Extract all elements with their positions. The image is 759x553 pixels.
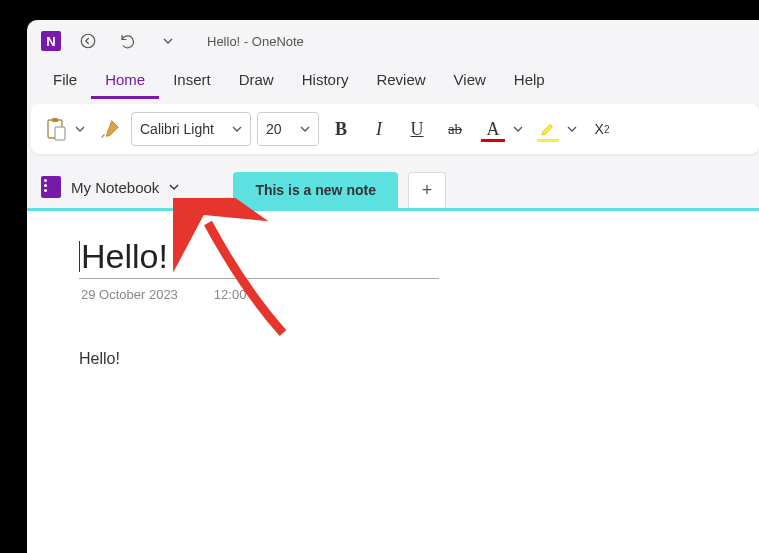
ribbon-home: Calibri Light 20 B I U ab A X2 [31, 104, 759, 154]
font-color-split[interactable]: A [477, 112, 527, 146]
font-size-value: 20 [266, 121, 282, 137]
highlight-dropdown[interactable] [563, 112, 581, 146]
app-window: Hello! - OneNote File Home Insert Draw H… [27, 20, 759, 553]
clipboard-icon [45, 117, 67, 141]
strikethrough-button[interactable]: ab [439, 112, 471, 146]
notebook-bar: My Notebook This is a new note + [27, 160, 759, 208]
section-tab-strip: This is a new note + [233, 172, 446, 208]
font-color-button[interactable]: A [477, 112, 509, 146]
onenote-logo-icon [41, 31, 61, 51]
highlight-button[interactable] [533, 112, 563, 146]
page-body-text[interactable]: Hello! [79, 350, 759, 368]
italic-button[interactable]: I [363, 112, 395, 146]
svg-rect-2 [52, 118, 58, 122]
paste-split-button[interactable] [41, 112, 89, 146]
undo-icon [119, 32, 137, 50]
notebook-selector[interactable]: My Notebook [41, 170, 189, 208]
menu-review[interactable]: Review [362, 63, 439, 99]
title-separator: - [240, 34, 252, 49]
add-section-button[interactable]: + [408, 172, 446, 208]
menu-insert[interactable]: Insert [159, 63, 225, 99]
section-tab-active[interactable]: This is a new note [233, 172, 398, 208]
menu-history[interactable]: History [288, 63, 363, 99]
qat-customize-button[interactable] [155, 28, 181, 54]
highlight-split[interactable] [533, 112, 581, 146]
subscript-button[interactable]: X2 [587, 112, 617, 146]
svg-rect-3 [55, 127, 65, 140]
page-title-input[interactable]: Hello! [79, 237, 439, 279]
underline-button[interactable]: U [401, 112, 433, 146]
undo-button[interactable] [115, 28, 141, 54]
page-meta: 29 October 2023 12:00 [79, 279, 759, 302]
back-arrow-icon [79, 32, 97, 50]
font-color-dropdown[interactable] [509, 112, 527, 146]
app-name-text: OneNote [252, 34, 304, 49]
menu-help[interactable]: Help [500, 63, 559, 99]
highlighter-icon [539, 120, 557, 138]
chevron-down-icon [513, 124, 523, 134]
title-bar: Hello! - OneNote [27, 20, 759, 62]
font-name-selector[interactable]: Calibri Light [131, 112, 251, 146]
menu-bar: File Home Insert Draw History Review Vie… [27, 62, 759, 100]
chevron-down-icon [300, 124, 310, 134]
menu-file[interactable]: File [39, 63, 91, 99]
chevron-down-icon [75, 124, 85, 134]
paintbrush-icon [99, 118, 121, 140]
page-date: 29 October 2023 [81, 287, 178, 302]
chevron-down-icon [567, 124, 577, 134]
page-time: 12:00 [214, 287, 247, 302]
bold-button[interactable]: B [325, 112, 357, 146]
chevron-down-icon [169, 182, 179, 192]
doc-title-text: Hello! [207, 34, 240, 49]
svg-point-0 [81, 34, 95, 48]
menu-home[interactable]: Home [91, 63, 159, 99]
page-editor[interactable]: Hello! 29 October 2023 12:00 Hello! [27, 211, 759, 553]
window-title: Hello! - OneNote [207, 34, 304, 49]
chevron-down-icon [163, 36, 173, 46]
paste-dropdown[interactable] [71, 112, 89, 146]
font-name-value: Calibri Light [140, 121, 214, 137]
font-size-selector[interactable]: 20 [257, 112, 319, 146]
back-button[interactable] [75, 28, 101, 54]
chevron-down-icon [232, 124, 242, 134]
menu-view[interactable]: View [440, 63, 500, 99]
format-painter-button[interactable] [95, 112, 125, 146]
paste-button[interactable] [41, 112, 71, 146]
plus-icon: + [422, 180, 433, 201]
notebook-name: My Notebook [71, 179, 159, 196]
notebook-icon [41, 176, 61, 198]
menu-draw[interactable]: Draw [225, 63, 288, 99]
